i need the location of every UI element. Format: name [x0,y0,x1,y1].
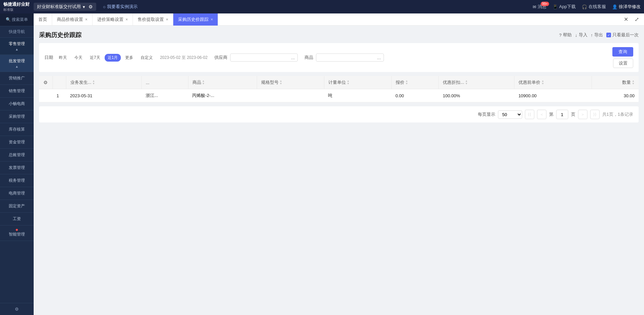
export-label: 导出 [594,32,603,38]
content-area: 首页 商品价格设置 × 进价策略设置 × 售价提取设置 × 采购历史价跟踪 × … [34,13,644,315]
row-supplier: 浙江... [142,89,188,102]
sidebar-item-inventory[interactable]: 库存核算 [0,123,34,136]
date-btn-today[interactable]: 今天 [71,54,85,62]
tab-label: 售价提取设置 [138,16,164,23]
sidebar-item-ecom[interactable]: 电商管理 [0,187,34,200]
tab-sale-price[interactable]: 售价提取设置 × [133,13,173,26]
supplier-dots[interactable]: ... [291,55,295,60]
product-input[interactable] [319,55,375,60]
query-button[interactable]: 查询 [612,47,633,57]
date-btn-last1m[interactable]: 近1月 [105,54,121,62]
tab-close-icon[interactable]: × [85,17,87,22]
help-btn[interactable]: ? 帮助 [559,32,572,38]
col-product[interactable]: 商品 ▲▼ [188,76,257,89]
sidebar-item-tax[interactable]: 税务管理 [0,174,34,187]
close-tab-btn[interactable]: ✕ [621,15,631,24]
import-btn[interactable]: ↓ 导入 [575,32,587,38]
prev-page-btn[interactable]: ＜ [537,110,546,119]
last-page-btn[interactable]: ⟩⟩ [590,110,600,119]
date-btn-custom[interactable]: 自定义 [138,54,156,62]
user-menu[interactable]: 👤 徐泽华修改 [612,4,641,10]
page-actions: ? 帮助 ↓ 导入 ↑ 导出 ✓ 只看最后一次 [559,32,639,38]
app-download-btn[interactable]: 📱 App下载 [552,4,576,10]
first-page-btn[interactable]: ⟨⟨ [525,110,534,119]
version-selector-text: 好业财标准版交付试用 [37,4,81,10]
table-row: 1 2023-05-31 浙江... 丙烯酸-2-... 吨 0.00 100.… [39,89,639,102]
col-spec[interactable]: 规格型号 ▲▼ [257,76,324,89]
col-index [52,76,66,89]
only-last-checkbox[interactable]: ✓ 只看最后一次 [606,32,639,38]
page-label: 第 [549,111,553,117]
page-title: 采购历史价跟踪 [39,31,81,39]
row-index: 1 [52,89,66,102]
sidebar-item-ecom-small[interactable]: 小畅电商 [0,98,34,110]
sidebar-item-label: 工资 [13,216,21,222]
sidebar-item-sales[interactable]: 销售管理 [0,85,34,98]
sidebar-settings-btn[interactable]: ⚙ [0,303,34,315]
tab-close-icon[interactable]: × [211,17,213,22]
chevron-icon: ▲ [15,65,19,68]
tab-purchase-history[interactable]: 采购历史价跟踪 × [173,13,218,26]
sidebar-item-salary[interactable]: 工资 [0,213,34,225]
sidebar-item-retail[interactable]: 零售管理 ▲ [0,38,34,55]
per-page-select[interactable]: 50 20 100 [498,110,522,119]
col-settings[interactable]: ⚙ [39,76,52,89]
export-btn[interactable]: ↑ 导出 [591,32,603,38]
table-wrap: ⚙ 业务发生... ▲▼ ... 商品 [39,76,639,102]
tab-bar: 首页 商品价格设置 × 进价策略设置 × 售价提取设置 × 采购历史价跟踪 × … [34,13,644,26]
page-unit-label: 页 [571,111,575,117]
sidebar-item-label: 税务管理 [9,178,25,183]
tab-product-price[interactable]: 商品价格设置 × [52,13,93,26]
row-discount: 100.00% [439,89,514,102]
sidebar-item-accounting[interactable]: 总账管理 [0,149,34,162]
next-page-btn[interactable]: ＞ [578,110,587,119]
col-biz-date[interactable]: 业务发生... ▲▼ [66,76,142,89]
per-page-label: 每页显示 [478,111,495,117]
supplier-input[interactable] [233,55,290,60]
page-number-input[interactable] [556,110,568,119]
date-btn-yesterday[interactable]: 昨天 [56,54,70,62]
messages-btn[interactable]: ✉ 消息 99+ [533,4,546,10]
main-layout: 🔍 搜索菜单 快捷导航 零售管理 ▲ 批发管理 ▲ 营销推广 销售管理 小畅电商… [0,13,644,315]
logo-sub: 标准版 [3,7,30,12]
logo-title: 畅捷通好业财 [3,1,30,7]
col-unit[interactable]: 计量单位 ▲▼ [324,76,391,89]
quick-nav[interactable]: 快捷导航 [0,26,34,38]
page-header: 采购历史价跟踪 ? 帮助 ↓ 导入 ↑ 导出 ✓ [39,31,639,39]
row-pre-discount-price: 10900.00 [514,89,592,102]
sidebar-item-smart[interactable]: 智能管理 [0,225,34,241]
col-quantity[interactable]: 数量 ▲▼ [592,76,639,89]
expand-tab-btn[interactable]: ⤢ [632,15,641,24]
sidebar-item-invoice[interactable]: 发票管理 [0,162,34,174]
sidebar-item-label: 发票管理 [9,165,25,171]
settings-icon[interactable]: ⚙ [88,4,93,9]
tab-close-icon[interactable]: × [126,17,128,22]
sidebar-item-purchase[interactable]: 采购管理 [0,110,34,123]
tab-home[interactable]: 首页 [34,13,52,26]
online-service-btn[interactable]: 🎧 在线客服 [582,4,606,10]
sidebar-search[interactable]: 🔍 搜索菜单 [0,13,34,26]
row-biz-date: 2023-05-31 [66,89,142,102]
sidebar-item-wholesale[interactable]: 批发管理 ▲ [0,55,34,72]
col-dots[interactable]: ... [142,76,188,89]
demo-link[interactable]: ○ 我要看实例演示 [103,4,138,10]
import-label: 导入 [579,32,587,38]
tab-close-icon[interactable]: × [166,17,168,22]
sidebar-item-fixed[interactable]: 固定资产 [0,200,34,213]
date-btn-last7[interactable]: 近7天 [87,54,103,62]
sidebar-item-finance[interactable]: 资金管理 [0,136,34,149]
top-bar: 畅捷通好业财 标准版 好业财标准版交付试用 ▾ ⚙ ○ 我要看实例演示 ✉ 消息… [0,0,644,13]
col-pre-discount-price[interactable]: 优惠前单价 ▲▼ [514,76,592,89]
version-selector[interactable]: 好业财标准版交付试用 ▾ ⚙ [34,3,96,11]
download-icon: 📱 [552,4,558,9]
question-icon: ? [559,33,562,38]
product-dots[interactable]: ... [377,55,381,60]
sidebar-item-label: 智能管理 [9,232,25,237]
col-price[interactable]: 报价 ▲▼ [391,76,439,89]
row-unit: 吨 [324,89,391,102]
col-discount[interactable]: 优惠折扣... ▲▼ [439,76,514,89]
setting-button[interactable]: 设置 [613,59,633,68]
sidebar-item-marketing[interactable]: 营销推广 [0,72,34,85]
tab-purchase-strategy[interactable]: 进价策略设置 × [93,13,133,26]
date-btn-more[interactable]: 更多 [122,54,136,62]
